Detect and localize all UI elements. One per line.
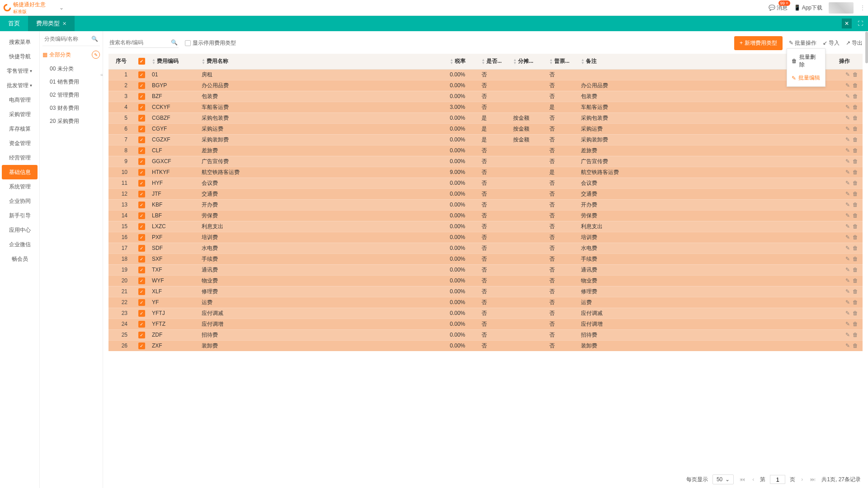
cell-checkbox[interactable]: ✓ bbox=[134, 167, 149, 178]
col-header-4[interactable]: ▲▼税率 bbox=[447, 54, 479, 69]
cell-checkbox[interactable]: ✓ bbox=[134, 210, 149, 221]
table-row[interactable]: 26✓ZXF装卸费0.00%否否装卸费✎🗑 bbox=[108, 340, 863, 351]
edit-row-button[interactable]: ✎ bbox=[845, 234, 850, 240]
nav-item-8[interactable]: 经营管理 bbox=[0, 150, 39, 165]
cell-checkbox[interactable]: ✓ bbox=[134, 91, 149, 102]
cell-checkbox[interactable]: ✓ bbox=[134, 145, 149, 156]
collapse-tree-button[interactable]: « bbox=[100, 72, 103, 77]
table-row[interactable]: 21✓XLF修理费0.00%否否修理费✎🗑 bbox=[108, 286, 863, 297]
delete-row-button[interactable]: 🗑 bbox=[853, 202, 858, 208]
delete-row-button[interactable]: 🗑 bbox=[853, 256, 858, 262]
batch-delete-item[interactable]: 🗑 批量删除 bbox=[787, 51, 825, 71]
edit-row-button[interactable]: ✎ bbox=[845, 288, 850, 295]
cell-checkbox[interactable]: ✓ bbox=[134, 221, 149, 232]
delete-row-button[interactable]: 🗑 bbox=[853, 115, 858, 121]
export-button[interactable]: ↗ 导出 bbox=[846, 39, 863, 47]
nav-item-2[interactable]: 零售管理▼ bbox=[0, 64, 39, 78]
perpage-select[interactable]: 50 ⌄ bbox=[712, 474, 734, 484]
edit-row-button[interactable]: ✎ bbox=[845, 321, 850, 327]
delete-row-button[interactable]: 🗑 bbox=[853, 158, 858, 164]
batch-operate-button[interactable]: ✎ 批量操作 bbox=[789, 39, 816, 47]
next-page-button[interactable]: › bbox=[800, 476, 804, 483]
nav-item-4[interactable]: 电商管理 bbox=[0, 93, 39, 107]
edit-row-button[interactable]: ✎ bbox=[845, 126, 850, 132]
close-panel-button[interactable]: ✕ bbox=[842, 19, 852, 28]
table-row[interactable]: 11✓HYF会议费0.00%否否会议费✎🗑 bbox=[108, 178, 863, 188]
edit-row-button[interactable]: ✎ bbox=[845, 343, 850, 349]
table-row[interactable]: 10✓HTKYF航空铁路客运费9.00%否是航空铁路客运费✎🗑 bbox=[108, 167, 863, 178]
delete-row-button[interactable]: 🗑 bbox=[853, 343, 858, 349]
edit-row-button[interactable]: ✎ bbox=[845, 256, 850, 262]
nav-item-3[interactable]: 批发管理▼ bbox=[0, 78, 39, 93]
col-header-1[interactable]: ✓ bbox=[134, 54, 149, 69]
cell-checkbox[interactable]: ✓ bbox=[134, 243, 149, 253]
tree-item-2[interactable]: 02 管理费用 bbox=[42, 89, 100, 102]
cell-checkbox[interactable]: ✓ bbox=[134, 113, 149, 123]
edit-row-button[interactable]: ✎ bbox=[845, 310, 850, 316]
fullscreen-button[interactable]: ⛶ bbox=[855, 19, 865, 28]
edit-row-button[interactable]: ✎ bbox=[845, 332, 850, 338]
delete-row-button[interactable]: 🗑 bbox=[853, 212, 858, 219]
col-header-7[interactable]: ▲▼普票... bbox=[547, 54, 578, 69]
edit-row-button[interactable]: ✎ bbox=[845, 158, 850, 164]
nav-item-10[interactable]: 系统管理 bbox=[0, 179, 39, 194]
nav-item-6[interactable]: 库存核算 bbox=[0, 122, 39, 136]
delete-row-button[interactable]: 🗑 bbox=[853, 332, 858, 338]
edit-row-button[interactable]: ✎ bbox=[845, 191, 850, 197]
delete-row-button[interactable]: 🗑 bbox=[853, 245, 858, 251]
delete-row-button[interactable]: 🗑 bbox=[853, 180, 858, 186]
cell-checkbox[interactable]: ✓ bbox=[134, 156, 149, 167]
table-row[interactable]: 6✓CGYF采购运费0.00%是按金额否采购运费✎🗑 bbox=[108, 123, 863, 134]
all-categories-link[interactable]: 全部分类 bbox=[49, 51, 71, 59]
table-row[interactable]: 15✓LXZC利息支出0.00%否否利息支出✎🗑 bbox=[108, 221, 863, 232]
table-row[interactable]: 24✓YFTZ应付调增0.00%否否应付调增✎🗑 bbox=[108, 319, 863, 329]
table-row[interactable]: 14✓LBF劳保费0.00%否否劳保费✎🗑 bbox=[108, 210, 863, 221]
table-row[interactable]: 4✓CCKYF车船客运费3.00%否是车船客运费✎🗑 bbox=[108, 102, 863, 113]
edit-row-button[interactable]: ✎ bbox=[845, 82, 850, 89]
nav-item-0[interactable]: 搜索菜单 bbox=[0, 35, 39, 49]
cell-checkbox[interactable]: ✓ bbox=[134, 297, 149, 308]
cell-checkbox[interactable]: ✓ bbox=[134, 232, 149, 243]
edit-categories-button[interactable]: ✎ bbox=[92, 51, 100, 59]
edit-row-button[interactable]: ✎ bbox=[845, 71, 850, 78]
delete-row-button[interactable]: 🗑 bbox=[853, 234, 858, 240]
table-row[interactable]: 25✓ZDF招待费0.00%否否招待费✎🗑 bbox=[108, 329, 863, 340]
nav-item-1[interactable]: 快捷导航 bbox=[0, 49, 39, 64]
table-row[interactable]: 17✓SDF水电费0.00%否否水电费✎🗑 bbox=[108, 243, 863, 253]
tree-item-0[interactable]: 00 未分类 bbox=[42, 62, 100, 75]
col-header-9[interactable]: 操作 bbox=[826, 54, 863, 69]
table-row[interactable]: 7✓CGZXF采购装卸费0.00%是按金额否采购装卸费✎🗑 bbox=[108, 134, 863, 145]
cell-checkbox[interactable]: ✓ bbox=[134, 123, 149, 134]
edit-row-button[interactable]: ✎ bbox=[845, 202, 850, 208]
import-button[interactable]: ↙ 导入 bbox=[823, 39, 840, 47]
tree-item-4[interactable]: 20 采购费用 bbox=[42, 115, 100, 128]
delete-row-button[interactable]: 🗑 bbox=[853, 71, 858, 78]
table-row[interactable]: 2✓BGYP办公用品费0.00%否否办公用品费✎🗑 bbox=[108, 80, 863, 91]
edit-row-button[interactable]: ✎ bbox=[845, 115, 850, 121]
edit-row-button[interactable]: ✎ bbox=[845, 180, 850, 186]
search-icon[interactable]: 🔍 bbox=[171, 39, 178, 46]
nav-item-15[interactable]: 畅会员 bbox=[0, 252, 39, 266]
edit-row-button[interactable]: ✎ bbox=[845, 267, 850, 273]
col-header-2[interactable]: ▲▼费用编码 bbox=[149, 54, 199, 69]
table-row[interactable]: 12✓JTF交通费0.00%否否交通费✎🗑 bbox=[108, 188, 863, 199]
cell-checkbox[interactable]: ✓ bbox=[134, 340, 149, 351]
table-row[interactable]: 22✓YF运费0.00%否否运费✎🗑 bbox=[108, 297, 863, 308]
delete-row-button[interactable]: 🗑 bbox=[853, 310, 858, 316]
page-input[interactable] bbox=[770, 475, 785, 484]
delete-row-button[interactable]: 🗑 bbox=[853, 277, 858, 284]
table-row[interactable]: 3✓BZF包装费0.00%否否包装费✎🗑 bbox=[108, 91, 863, 102]
close-icon[interactable]: ✕ bbox=[62, 21, 66, 27]
cell-checkbox[interactable]: ✓ bbox=[134, 275, 149, 286]
table-row[interactable]: 20✓WYF物业费0.00%否否物业费✎🗑 bbox=[108, 275, 863, 286]
scrollbar-track[interactable] bbox=[865, 32, 868, 488]
cell-checkbox[interactable]: ✓ bbox=[134, 102, 149, 113]
category-search-input[interactable] bbox=[44, 36, 85, 42]
nav-item-13[interactable]: 应用中心 bbox=[0, 223, 39, 237]
edit-row-button[interactable]: ✎ bbox=[845, 104, 850, 110]
cell-checkbox[interactable]: ✓ bbox=[134, 286, 149, 297]
edit-row-button[interactable]: ✎ bbox=[845, 169, 850, 175]
table-row[interactable]: 19✓TXF通讯费0.00%否否通讯费✎🗑 bbox=[108, 264, 863, 275]
delete-row-button[interactable]: 🗑 bbox=[853, 191, 858, 197]
first-page-button[interactable]: ⏮ bbox=[738, 476, 746, 483]
